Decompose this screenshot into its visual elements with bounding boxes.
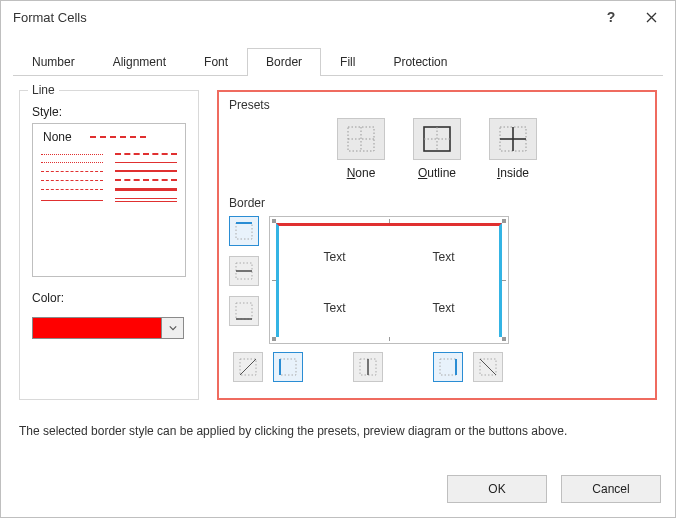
preset-inside-label: Inside xyxy=(497,166,529,180)
line-legend: Line xyxy=(28,83,59,97)
preset-inside-icon xyxy=(498,125,528,153)
border-diag-up-button[interactable] xyxy=(233,352,263,382)
dialog-body: Line Style: None Color: xyxy=(1,76,675,410)
style-listbox[interactable]: None xyxy=(32,123,186,277)
preset-inside[interactable]: Inside xyxy=(489,118,537,180)
preset-none-icon xyxy=(346,125,376,153)
style-row[interactable] xyxy=(41,188,177,191)
style-swatch xyxy=(115,198,177,202)
preset-inside-button[interactable] xyxy=(489,118,537,160)
ok-button[interactable]: OK xyxy=(447,475,547,503)
preset-none-label: None xyxy=(347,166,376,180)
close-icon xyxy=(646,12,657,23)
preset-outline-button[interactable] xyxy=(413,118,461,160)
preview-cells: Text Text Text Text xyxy=(280,231,498,333)
line-group: Line Style: None Color: xyxy=(19,90,199,400)
cancel-button[interactable]: Cancel xyxy=(561,475,661,503)
dialog-title: Format Cells xyxy=(13,10,591,25)
tab-number[interactable]: Number xyxy=(13,48,94,76)
border-bottom-icon xyxy=(234,301,254,321)
tab-font[interactable]: Font xyxy=(185,48,247,76)
svg-rect-21 xyxy=(440,359,456,375)
preview-cell: Text xyxy=(280,231,389,282)
style-swatch xyxy=(41,189,103,190)
border-group: Border xyxy=(229,196,645,388)
border-bottom-buttons xyxy=(229,352,645,382)
presets-group: Presets None xyxy=(229,98,645,196)
border-top-icon xyxy=(234,221,254,241)
svg-rect-9 xyxy=(236,223,252,239)
border-hmiddle-button[interactable] xyxy=(229,256,259,286)
style-row[interactable] xyxy=(41,179,177,181)
color-label: Color: xyxy=(32,291,186,305)
style-swatch xyxy=(41,162,103,163)
border-right-icon xyxy=(438,357,458,377)
tab-border[interactable]: Border xyxy=(247,48,321,76)
tab-alignment[interactable]: Alignment xyxy=(94,48,185,76)
style-swatch xyxy=(115,170,177,172)
style-row[interactable] xyxy=(41,162,177,163)
preview-cell: Text xyxy=(389,231,498,282)
preset-none[interactable]: None xyxy=(337,118,385,180)
style-label: Style: xyxy=(32,105,186,119)
preset-outline-icon xyxy=(422,125,452,153)
hint-text: The selected border style can be applied… xyxy=(19,424,657,438)
border-hmiddle-icon xyxy=(234,261,254,281)
preset-outline-label: Outline xyxy=(418,166,456,180)
border-legend: Border xyxy=(229,196,645,210)
border-vmiddle-button[interactable] xyxy=(353,352,383,382)
style-swatch xyxy=(41,154,103,155)
preview-cell: Text xyxy=(389,282,498,333)
tab-protection[interactable]: Protection xyxy=(374,48,466,76)
border-left-icon xyxy=(278,357,298,377)
border-diag-up-icon xyxy=(238,357,258,377)
color-swatch xyxy=(32,317,162,339)
preview-cell: Text xyxy=(280,282,389,333)
style-row[interactable] xyxy=(41,153,177,155)
titlebar: Format Cells ? xyxy=(1,1,675,33)
dialog-footer: OK Cancel xyxy=(447,475,661,503)
border-diag-down-button[interactable] xyxy=(473,352,503,382)
style-swatch xyxy=(115,153,177,155)
chevron-down-icon xyxy=(169,324,177,332)
style-none-label: None xyxy=(43,130,72,144)
close-button[interactable] xyxy=(631,2,671,32)
border-bottom-button[interactable] xyxy=(229,296,259,326)
style-swatch xyxy=(90,136,150,138)
border-vmiddle-icon xyxy=(358,357,378,377)
svg-line-16 xyxy=(240,359,256,375)
style-swatch xyxy=(41,200,103,201)
style-swatch xyxy=(115,188,177,191)
border-top-button[interactable] xyxy=(229,216,259,246)
style-swatch xyxy=(115,162,177,163)
style-row[interactable] xyxy=(41,198,177,202)
style-row[interactable] xyxy=(41,170,177,172)
border-panel-highlight: Presets None xyxy=(217,90,657,400)
style-swatch xyxy=(41,171,103,172)
border-preview[interactable]: Text Text Text Text xyxy=(269,216,509,344)
border-diag-down-icon xyxy=(478,357,498,377)
svg-line-24 xyxy=(480,359,496,375)
style-swatch xyxy=(41,180,103,181)
color-dropdown-button[interactable] xyxy=(162,317,184,339)
preset-none-button[interactable] xyxy=(337,118,385,160)
presets-legend: Presets xyxy=(229,98,645,112)
border-side-buttons xyxy=(229,216,259,344)
border-left-button[interactable] xyxy=(273,352,303,382)
preset-outline[interactable]: Outline xyxy=(413,118,461,180)
tabstrip: Number Alignment Font Border Fill Protec… xyxy=(13,47,663,76)
help-button[interactable]: ? xyxy=(591,2,631,32)
format-cells-dialog: Format Cells ? Number Alignment Font Bor… xyxy=(0,0,676,518)
style-none-row[interactable]: None xyxy=(41,130,177,146)
svg-rect-13 xyxy=(236,303,252,319)
border-right-button[interactable] xyxy=(433,352,463,382)
svg-rect-17 xyxy=(280,359,296,375)
color-picker[interactable] xyxy=(32,317,186,339)
style-swatch xyxy=(115,179,177,181)
tab-fill[interactable]: Fill xyxy=(321,48,374,76)
